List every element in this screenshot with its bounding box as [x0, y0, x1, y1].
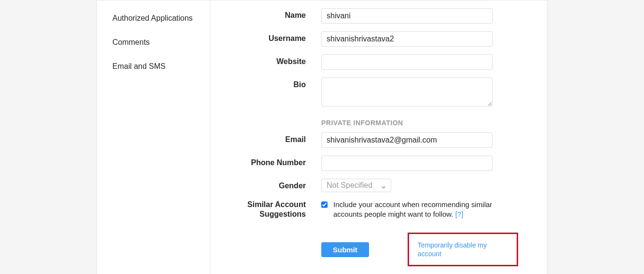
chevron-down-icon [381, 183, 386, 188]
submit-button[interactable]: Submit [321, 242, 369, 257]
similar-suggestions-text: Include your account when recommending s… [333, 200, 514, 219]
sidebar: Authorized Applications Comments Email a… [97, 0, 210, 274]
name-input[interactable] [321, 8, 493, 24]
disable-account-highlight: Temporarily disable my account [408, 233, 518, 266]
phone-label: Phone Number [239, 156, 321, 167]
similar-suggestions-checkbox[interactable] [321, 201, 328, 208]
edit-profile-form: Name Username Website Bio PRIVATE INFORM… [210, 0, 547, 274]
username-label: Username [239, 31, 321, 43]
settings-panel: Authorized Applications Comments Email a… [96, 0, 548, 274]
username-input[interactable] [321, 31, 493, 47]
phone-input[interactable] [321, 156, 493, 171]
email-label: Email [239, 132, 321, 144]
website-input[interactable] [321, 54, 493, 70]
email-input[interactable] [321, 132, 493, 148]
sidebar-item-email-sms[interactable]: Email and SMS [97, 54, 210, 78]
name-label: Name [239, 8, 321, 20]
sidebar-item-authorized-apps[interactable]: Authorized Applications [97, 6, 210, 30]
gender-label: Gender [239, 179, 321, 190]
disable-account-link[interactable]: Temporarily disable my account [418, 241, 487, 258]
help-link[interactable]: [?] [455, 210, 464, 218]
bio-label: Bio [239, 78, 321, 89]
similar-suggestions-label: Similar Account Suggestions [239, 200, 321, 219]
gender-select[interactable]: Not Specified [321, 179, 391, 192]
sidebar-item-comments[interactable]: Comments [97, 30, 210, 54]
gender-value: Not Specified [327, 181, 372, 190]
private-info-header: PRIVATE INFORMATION [239, 119, 518, 127]
bio-textarea[interactable] [321, 78, 493, 106]
website-label: Website [239, 54, 321, 66]
